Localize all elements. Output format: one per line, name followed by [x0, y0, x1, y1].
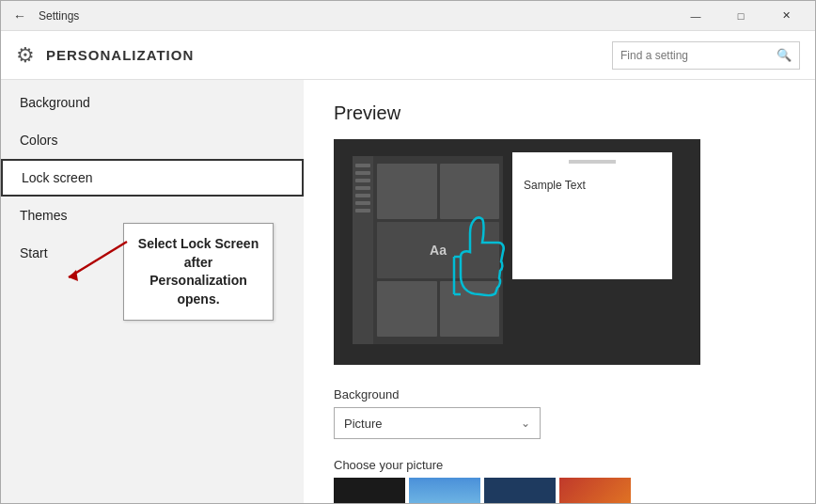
- preview-line: [355, 164, 370, 167]
- main-content: Preview Aa: [304, 80, 815, 504]
- chevron-down-icon: ⌄: [521, 417, 530, 430]
- thumbnail-item[interactable]: [334, 478, 405, 504]
- preview-line: [355, 194, 370, 197]
- thumbnail-item[interactable]: [559, 478, 631, 504]
- layout: Background Colors Lock screen Themes Sta…: [1, 80, 815, 504]
- maximize-button[interactable]: □: [719, 1, 762, 31]
- callout-box: Select Lock Screen after Personalization…: [123, 223, 274, 321]
- background-label: Background: [334, 387, 785, 402]
- preview-tile: [377, 164, 437, 219]
- preview-line: [355, 179, 370, 182]
- search-icon: 🔍: [777, 48, 792, 62]
- preview-box: Aa Sample Tex: [334, 139, 700, 365]
- preview-line: [355, 186, 370, 190]
- preview-line: [355, 201, 370, 205]
- preview-line: [355, 171, 370, 175]
- dropdown-value: Picture: [344, 417, 382, 431]
- background-dropdown[interactable]: Picture ⌄: [334, 407, 541, 439]
- picture-thumbnails: [334, 478, 785, 504]
- thumbs-up-icon: [447, 205, 512, 308]
- preview-right-panel: Sample Text: [512, 152, 672, 279]
- section-title: Preview: [334, 102, 785, 124]
- svg-line-0: [69, 242, 127, 277]
- header: ⚙ PERSONALIZATION 🔍: [1, 31, 815, 80]
- sidebar: Background Colors Lock screen Themes Sta…: [1, 80, 304, 504]
- thumbnail-item[interactable]: [409, 478, 480, 504]
- preview-tile: [377, 281, 437, 337]
- window-controls: — □ ✕: [674, 1, 808, 31]
- preview-lines: [353, 156, 373, 344]
- sidebar-item-colors[interactable]: Colors: [1, 121, 304, 159]
- gear-icon: ⚙: [16, 43, 35, 68]
- choose-picture-label: Choose your picture: [334, 458, 785, 472]
- minimize-button[interactable]: —: [674, 1, 717, 31]
- search-input[interactable]: [620, 49, 777, 62]
- title-bar: ← Settings — □ ✕: [1, 1, 815, 31]
- thumbnail-item[interactable]: [484, 478, 556, 504]
- back-button[interactable]: ←: [8, 5, 31, 27]
- preview-bar: [569, 160, 616, 164]
- sample-text: Sample Text: [524, 179, 586, 192]
- preview-line: [355, 209, 370, 213]
- page-title: PERSONALIZATION: [46, 47, 612, 63]
- sidebar-item-lockscreen[interactable]: Lock screen: [1, 159, 304, 197]
- callout-arrow: [59, 232, 130, 284]
- sidebar-item-background[interactable]: Background: [1, 84, 304, 121]
- search-box[interactable]: 🔍: [612, 41, 800, 70]
- window-title: Settings: [39, 9, 674, 23]
- close-button[interactable]: ✕: [764, 1, 808, 31]
